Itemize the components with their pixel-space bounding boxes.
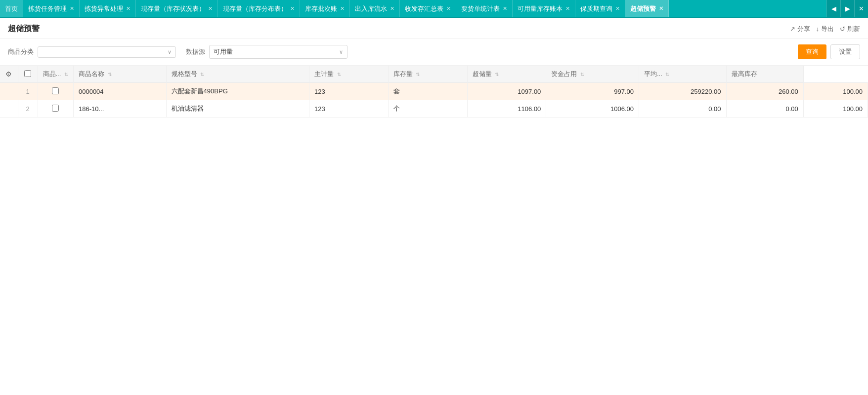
col-spec[interactable]: 规格型号 ⇅ xyxy=(166,66,309,83)
close-tab-icon[interactable]: ✕ xyxy=(70,5,74,12)
col-avg[interactable]: 平均... ⇅ xyxy=(639,66,726,83)
datasource-select[interactable]: 可用量 ∨ xyxy=(209,45,347,59)
row-avg: 260.00 xyxy=(726,83,803,100)
row-number: 2 xyxy=(18,100,38,118)
nav-item-可用量库存账本[interactable]: 可用量库存账本 ✕ xyxy=(513,0,575,18)
share-label: 分享 xyxy=(797,25,810,34)
category-label: 商品分类 xyxy=(8,47,34,56)
col-unit-label: 主计量 xyxy=(314,70,334,78)
row-stock: 1106.00 xyxy=(467,100,546,118)
row-checkbox-cell xyxy=(38,83,73,100)
row-number: 1 xyxy=(18,83,38,100)
sort-product-name-icon: ⇅ xyxy=(108,72,112,77)
col-capital[interactable]: 资金占用 ⇅ xyxy=(546,66,639,83)
nav-item-超储预警[interactable]: 超储预警 ✕ xyxy=(625,0,669,18)
nav-next-btn[interactable]: ▶ xyxy=(840,0,854,18)
nav-item-现存量库存分布表[interactable]: 现存量（库存分布表） ✕ xyxy=(218,0,300,18)
nav-item-收发存汇总表[interactable]: 收发存汇总表 ✕ xyxy=(400,0,456,18)
datasource-filter-group: 数据源 可用量 ∨ xyxy=(186,45,347,59)
col-product-code-label: 商品... xyxy=(43,70,61,78)
col-capital-label: 资金占用 xyxy=(551,70,577,78)
row-product-name: 六配套新昌490BPG xyxy=(166,83,309,100)
filter-actions: 查询 设置 xyxy=(798,44,860,59)
col-unit[interactable]: 主计量 ⇅ xyxy=(309,66,389,83)
row-product-name: 机油滤清器 xyxy=(166,100,309,118)
col-avg-label: 平均... xyxy=(644,70,662,78)
row-gear-cell xyxy=(0,83,18,100)
col-spec-label: 规格型号 xyxy=(172,70,197,78)
row-avg: 0.00 xyxy=(726,100,803,118)
close-tab-icon[interactable]: ✕ xyxy=(208,5,213,12)
select-all-checkbox[interactable] xyxy=(24,70,31,77)
datasource-chevron-icon: ∨ xyxy=(339,49,343,55)
page-header: 超储预警 ↗ 分享 ↓ 导出 ↺ 刷新 xyxy=(0,18,868,39)
row-capital: 0.00 xyxy=(639,100,726,118)
row-over-stock: 997.00 xyxy=(546,83,639,100)
sort-spec-icon: ⇅ xyxy=(200,72,204,77)
col-max-stock[interactable]: 最高库存 xyxy=(726,66,803,83)
table-row: 2 186-10... 机油滤清器 123 个 1106.00 1006.00 … xyxy=(0,100,868,118)
nav-item-出入库流水[interactable]: 出入库流水 ✕ xyxy=(350,0,400,18)
column-settings-icon[interactable]: ⚙ xyxy=(5,70,12,78)
col-stock[interactable]: 库存量 ⇅ xyxy=(388,66,467,83)
close-tab-icon[interactable]: ✕ xyxy=(446,5,451,12)
row-checkbox[interactable] xyxy=(52,105,59,112)
category-select[interactable]: ∨ xyxy=(38,46,176,58)
nav-item-保质期查询[interactable]: 保质期查询 ✕ xyxy=(575,0,625,18)
row-gear-cell xyxy=(0,100,18,118)
refresh-button[interactable]: ↺ 刷新 xyxy=(840,25,860,34)
close-tab-icon[interactable]: ✕ xyxy=(126,5,130,12)
datasource-value: 可用量 xyxy=(214,47,233,56)
sort-capital-icon: ⇅ xyxy=(580,72,584,77)
share-icon: ↗ xyxy=(790,25,795,33)
nav-prev-btn[interactable]: ◀ xyxy=(826,0,840,18)
query-button[interactable]: 查询 xyxy=(798,44,826,59)
row-unit: 个 xyxy=(388,100,467,118)
nav-item-要货单统计表[interactable]: 要货单统计表 ✕ xyxy=(456,0,513,18)
row-unit: 套 xyxy=(388,83,467,100)
row-product-code: 186-10... xyxy=(73,100,166,118)
nav-item-拣货异常处理[interactable]: 拣货异常处理 ✕ xyxy=(80,0,136,18)
sort-stock-icon: ⇅ xyxy=(416,72,420,77)
close-tab-icon[interactable]: ✕ xyxy=(565,5,570,12)
col-over-stock-label: 超储量 xyxy=(473,70,492,78)
close-tab-icon[interactable]: ✕ xyxy=(390,5,394,12)
row-spec: 123 xyxy=(309,100,389,118)
close-tab-icon[interactable]: ✕ xyxy=(340,5,345,12)
row-over-stock: 1006.00 xyxy=(546,100,639,118)
table-row: 1 0000004 六配套新昌490BPG 123 套 1097.00 997.… xyxy=(0,83,868,100)
sort-avg-icon: ⇅ xyxy=(665,72,669,77)
nav-item-拣货任务管理[interactable]: 拣货任务管理 ✕ xyxy=(23,0,80,18)
col-product-code[interactable]: 商品... ⇅ xyxy=(38,66,73,83)
top-navigation: 首页拣货任务管理 ✕拣货异常处理 ✕现存量（库存状况表） ✕现存量（库存分布表）… xyxy=(0,0,868,18)
col-over-stock[interactable]: 超储量 ⇅ xyxy=(467,66,546,83)
col-select-all xyxy=(18,66,38,83)
nav-item-库存批次账[interactable]: 库存批次账 ✕ xyxy=(300,0,350,18)
sort-product-code-icon: ⇅ xyxy=(64,72,68,77)
export-button[interactable]: ↓ 导出 xyxy=(816,25,834,34)
settings-button[interactable]: 设置 xyxy=(830,44,860,59)
export-label: 导出 xyxy=(821,25,834,34)
row-max-stock: 100.00 xyxy=(803,83,868,100)
col-stock-label: 库存量 xyxy=(393,70,413,78)
close-tab-icon[interactable]: ✕ xyxy=(659,5,663,12)
col-product-name-label: 商品名称 xyxy=(79,70,104,78)
row-checkbox[interactable] xyxy=(52,87,59,94)
col-gear: ⚙ xyxy=(0,66,18,83)
sort-over-stock-icon: ⇅ xyxy=(495,72,499,77)
refresh-label: 刷新 xyxy=(847,25,860,34)
nav-close-btn[interactable]: ✕ xyxy=(854,0,868,18)
close-tab-icon[interactable]: ✕ xyxy=(615,5,620,12)
nav-item-首页[interactable]: 首页 xyxy=(0,0,23,18)
header-actions: ↗ 分享 ↓ 导出 ↺ 刷新 xyxy=(790,25,861,34)
share-button[interactable]: ↗ 分享 xyxy=(790,25,810,34)
col-max-stock-label: 最高库存 xyxy=(732,70,757,78)
table-header-row: ⚙ 商品... ⇅ 商品名称 ⇅ 规格型号 ⇅ xyxy=(0,66,868,83)
row-capital: 259220.00 xyxy=(639,83,726,100)
close-tab-icon[interactable]: ✕ xyxy=(503,5,507,12)
nav-item-现存量库存状况表[interactable]: 现存量（库存状况表） ✕ xyxy=(136,0,218,18)
sort-unit-icon: ⇅ xyxy=(337,72,341,77)
col-product-name[interactable]: 商品名称 ⇅ xyxy=(73,66,166,83)
row-spec: 123 xyxy=(309,83,389,100)
close-tab-icon[interactable]: ✕ xyxy=(290,5,295,12)
